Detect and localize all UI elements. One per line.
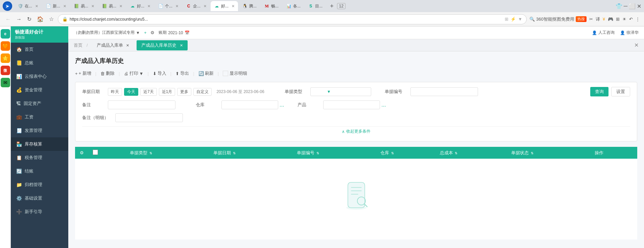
show-detail-toggle[interactable]: 显示明细 <box>223 70 247 76</box>
scissors-icon[interactable]: ✂ <box>589 17 593 22</box>
table-col-doc-type[interactable]: 单据类型 ⇅ <box>126 147 209 159</box>
tab-4-close[interactable]: ✕ <box>119 4 122 8</box>
page-tab-doc-list-close[interactable]: ✕ <box>126 43 129 47</box>
tab-2[interactable]: 📄 新... ✕ <box>42 1 70 11</box>
remark-input[interactable] <box>108 100 175 109</box>
page-tab-doc-history-close[interactable]: ✕ <box>180 43 183 47</box>
app-icon-mail[interactable]: ✉ <box>1 78 10 87</box>
tab-8-close[interactable]: ✕ <box>232 4 235 8</box>
bookmark-button[interactable]: ☆ <box>48 15 55 23</box>
table-col-doc-status[interactable]: 单据状态 ⇅ <box>507 147 591 159</box>
gamepad-icon[interactable]: 🎮 <box>608 17 613 22</box>
date-btn-today[interactable]: 今天 <box>124 88 138 96</box>
product-picker-button[interactable]: ... <box>381 102 386 108</box>
date-btn-more[interactable]: 更多 <box>177 88 191 96</box>
grid-view-icon[interactable]: ⊞ <box>616 17 620 22</box>
url-box[interactable]: 🔒 https://cloud.chanjet.com/accounting/u… <box>58 14 527 24</box>
tab-3-close[interactable]: ✕ <box>91 4 94 8</box>
breadcrumb-home[interactable]: 首页 <box>74 42 82 48</box>
close-browser-button[interactable]: ✕ <box>637 3 641 9</box>
account-dropdown-icon[interactable]: ▼ <box>136 30 140 35</box>
new-tab-button[interactable]: + <box>328 3 336 10</box>
tab-1[interactable]: 🛡️ 在... ✕ <box>14 1 42 11</box>
show-detail-checkbox[interactable] <box>223 71 228 76</box>
currency-icon[interactable]: ¥ <box>603 17 605 22</box>
tab-6[interactable]: 📄 个... ✕ <box>154 1 182 11</box>
sidebar-item-fixed-assets[interactable]: 🏗 固定资产 <box>11 97 68 110</box>
dropdown-arrow-icon[interactable]: ▼ <box>518 17 522 22</box>
customer-service-button[interactable]: 👤 人工咨询 <box>592 30 615 36</box>
sidebar-item-tax[interactable]: 📋 税务管理 <box>11 151 68 164</box>
sidebar-item-checkout[interactable]: 🔄 结账 <box>11 164 68 178</box>
add-button[interactable]: + + 新增 <box>75 70 91 76</box>
topbar-settings-icon[interactable]: ⚙ <box>150 30 154 35</box>
table-gear-icon[interactable]: ⚙ <box>80 150 84 155</box>
date-btn-yesterday[interactable]: 昨天 <box>108 88 122 96</box>
export-button[interactable]: ⬆ 导出 <box>175 70 189 76</box>
doc-no-input[interactable] <box>410 87 478 96</box>
doc-type-dropdown-icon[interactable]: ▼ <box>327 89 331 94</box>
add-account-button[interactable]: + <box>144 30 147 35</box>
account-select[interactable]: （勿删勿禁用）江西膨宝测试专用 ▼ <box>74 30 140 36</box>
refresh-nav-button[interactable]: ↻ <box>26 15 33 23</box>
collapse-bar[interactable]: ∧ 收起更多条件 <box>82 126 630 136</box>
date-btn-custom[interactable]: 自定义 <box>193 88 212 96</box>
sidebar-item-inventory[interactable]: 🏪 库存核算 <box>11 137 68 151</box>
tab-1-close[interactable]: ✕ <box>35 4 38 8</box>
tab-12[interactable]: S 目... <box>305 1 326 11</box>
panel-close-button[interactable]: ✕ <box>634 42 639 48</box>
app-icon-chanjet[interactable]: 🧡 <box>1 41 10 51</box>
sidebar-item-settings[interactable]: ⚙️ 基础设置 <box>11 191 68 205</box>
back-button[interactable]: ← <box>4 16 12 23</box>
refresh-button[interactable]: 🔄 刷新 <box>198 70 214 76</box>
doc-type-select[interactable]: ▼ <box>310 87 371 96</box>
page-tab-doc-list[interactable]: 产成品入库单 ✕ <box>92 40 134 50</box>
app-icon-360[interactable]: e <box>1 29 10 39</box>
maximize-button[interactable]: ⬜ <box>629 3 636 9</box>
table-col-gear[interactable]: ⚙ <box>75 147 89 159</box>
query-button[interactable]: 查询 <box>590 87 609 96</box>
import-button[interactable]: ⬇ 导入 <box>153 70 166 76</box>
tab-6-close[interactable]: ✕ <box>175 4 178 8</box>
app-icon-weibo[interactable]: 微 <box>1 66 10 75</box>
sidebar-item-home[interactable]: 🏠 首页 <box>11 43 68 56</box>
sun-icon[interactable]: ☀ <box>622 17 626 22</box>
translate-icon[interactable]: 译 <box>596 16 600 22</box>
table-col-warehouse[interactable]: 仓库 ⇅ <box>376 147 435 159</box>
sidebar-item-funds[interactable]: 💰 资金管理 <box>11 83 68 97</box>
sidebar-item-reports[interactable]: 📊 云报表中心 <box>11 70 68 83</box>
calendar-icon[interactable]: 📅 <box>185 30 190 35</box>
print-button[interactable]: 🖨 打印 ▼ <box>124 70 144 76</box>
setting-button[interactable]: 设置 <box>611 87 630 96</box>
date-btn-1month[interactable]: 近1月 <box>159 88 175 96</box>
tab-2-close[interactable]: ✕ <box>63 4 66 8</box>
home-nav-button[interactable]: 🏠 <box>35 15 45 23</box>
tab-8[interactable]: ☁ 好... ✕ <box>211 1 238 11</box>
tab-5[interactable]: ☁ 好... ✕ <box>126 1 154 11</box>
app-icon-star[interactable]: ⭐ <box>1 53 10 63</box>
table-col-checkbox[interactable] <box>89 147 126 159</box>
delete-button[interactable]: 🗑 删除 <box>100 70 115 76</box>
select-all-checkbox[interactable] <box>93 150 98 155</box>
tab-7[interactable]: C 企... ✕ <box>183 1 210 11</box>
undo-icon[interactable]: ↶ <box>629 17 633 22</box>
minimize-button[interactable]: ─ <box>624 3 627 9</box>
table-col-doc-no[interactable]: 单据编号 ⇅ <box>293 147 376 159</box>
product-input[interactable] <box>323 100 380 109</box>
warehouse-picker-button[interactable]: ... <box>280 102 284 108</box>
tab-7-close[interactable]: ✕ <box>204 4 207 8</box>
warehouse-input[interactable] <box>221 100 278 109</box>
user-profile-button[interactable]: 👤 徐泽华 <box>620 30 639 36</box>
tab-3[interactable]: 📗 易... ✕ <box>70 1 98 11</box>
table-col-doc-date[interactable]: 单据日期 ⇅ <box>209 147 293 159</box>
tab-9[interactable]: 🐧 腾... <box>239 1 260 11</box>
tab-4[interactable]: 📗 易... ✕ <box>98 1 126 11</box>
date-btn-7days[interactable]: 近7天 <box>140 88 157 96</box>
print-dropdown-icon[interactable]: ▼ <box>139 71 144 76</box>
sidebar-item-ledger[interactable]: 📒 总账 <box>11 56 68 70</box>
forward-button[interactable]: → <box>15 16 23 23</box>
detail-remark-input[interactable] <box>115 113 183 122</box>
tab-10[interactable]: M 畅... <box>261 1 282 11</box>
sidebar-item-invoice[interactable]: 🧾 发票管理 <box>11 124 68 137</box>
tab-11[interactable]: 📊 各... <box>283 1 304 11</box>
